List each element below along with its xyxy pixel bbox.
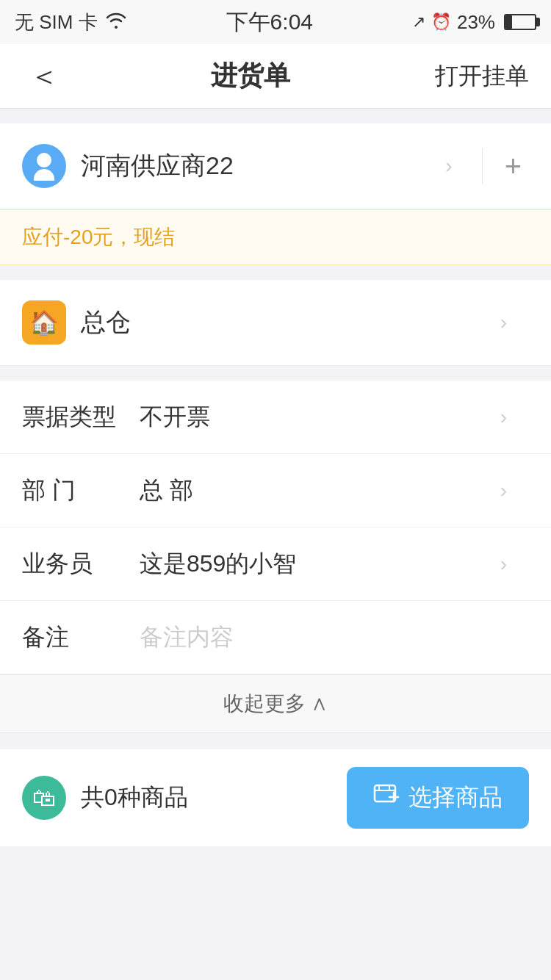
department-label: 部 门 [22, 475, 125, 507]
salesperson-chevron: › [500, 552, 507, 576]
add-supplier-button[interactable]: + [497, 146, 529, 187]
supplier-avatar [22, 144, 66, 188]
department-value: 总 部 [125, 475, 500, 507]
bottom-background [0, 846, 551, 980]
salesperson-label: 业务员 [22, 548, 125, 580]
status-bar: 无 SIM 卡 下午6:04 ↗ ⏰ 23% [0, 0, 551, 44]
divider-3 [0, 733, 551, 748]
invoice-type-row[interactable]: 票据类型 不开票 › [0, 381, 551, 454]
battery-icon [504, 14, 536, 30]
salesperson-value: 这是859的小智 [125, 548, 500, 580]
collapse-button[interactable]: 收起更多 ∧ [0, 674, 551, 733]
cart-icon: 🛍 [32, 785, 56, 812]
divider-1 [0, 265, 551, 280]
salesperson-row[interactable]: 业务员 这是859的小智 › [0, 527, 551, 601]
back-button[interactable]: ＜ [22, 48, 66, 104]
warehouse-icon: 🏠 [29, 309, 59, 336]
warehouse-chevron-icon: › [500, 311, 507, 334]
invoice-type-label: 票据类型 [22, 401, 125, 433]
invoice-type-chevron: › [500, 406, 507, 429]
select-product-button[interactable]: 选择商品 [347, 767, 529, 829]
avatar-icon [31, 153, 57, 179]
status-time: 下午6:04 [226, 7, 313, 37]
supplier-row[interactable]: 河南供应商22 › + [0, 123, 551, 209]
wifi-icon [105, 11, 127, 34]
invoice-type-value: 不开票 [125, 401, 500, 433]
nav-bar: ＜ 进货单 打开挂单 [0, 44, 551, 109]
select-product-icon [373, 784, 400, 812]
department-chevron: › [500, 479, 507, 502]
status-left: 无 SIM 卡 [15, 10, 127, 35]
remark-label: 备注 [22, 621, 125, 654]
warehouse-row[interactable]: 🏠 总仓 › [0, 280, 551, 366]
divider-2 [0, 366, 551, 381]
product-cart-icon-wrap: 🛍 [22, 776, 66, 820]
warehouse-name: 总仓 [81, 306, 500, 339]
carrier-text: 无 SIM 卡 [15, 10, 98, 35]
warehouse-icon-wrap: 🏠 [22, 300, 66, 345]
battery-text: 23% [457, 11, 495, 34]
supplier-section: 河南供应商22 › + 应付-20元，现结 [0, 123, 551, 265]
supplier-name: 河南供应商22 [81, 149, 445, 183]
supplier-chevron-icon: › [445, 154, 452, 178]
alarm-icon: ⏰ [431, 12, 451, 32]
svg-rect-0 [375, 785, 395, 801]
form-section: 票据类型 不开票 › 部 门 总 部 › 业务员 这是859的小智 › 备注 备… [0, 381, 551, 674]
collapse-label: 收起更多 ∧ [223, 690, 328, 718]
location-icon: ↗ [412, 12, 425, 32]
page-title: 进货单 [211, 58, 290, 94]
row-divider [482, 148, 483, 184]
notice-bar: 应付-20元，现结 [0, 209, 551, 265]
open-pending-button[interactable]: 打开挂单 [435, 60, 529, 93]
warehouse-section: 🏠 总仓 › [0, 280, 551, 366]
top-divider [0, 109, 551, 123]
status-right: ↗ ⏰ 23% [412, 11, 536, 34]
remark-row[interactable]: 备注 备注内容 [0, 601, 551, 674]
department-row[interactable]: 部 门 总 部 › [0, 454, 551, 527]
product-bar: 🛍 共0种商品 选择商品 [0, 749, 551, 846]
select-product-label: 选择商品 [408, 782, 503, 814]
notice-text: 应付-20元，现结 [22, 226, 175, 248]
remark-placeholder[interactable]: 备注内容 [125, 621, 529, 654]
product-count: 共0种商品 [81, 782, 347, 814]
